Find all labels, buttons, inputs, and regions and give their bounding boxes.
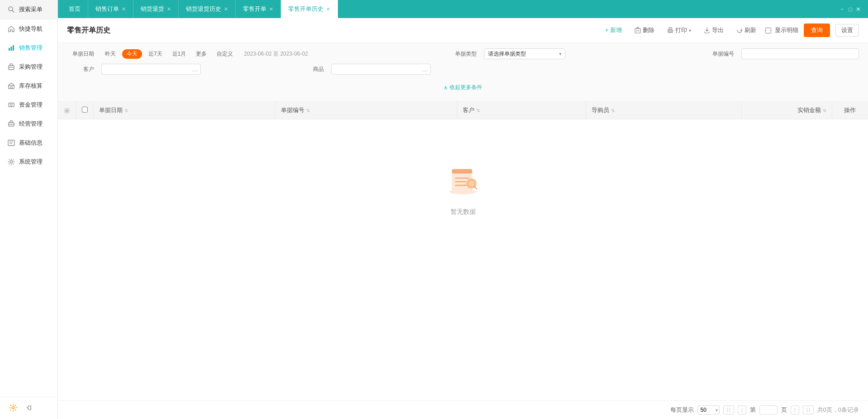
sidebar-item-operations[interactable]: 经营管理 [0,114,57,133]
pagination: 每页显示 50 10 20 100 ⟨⟨ ⟨ 第 1 页 ⟩ ⟩⟩ 共0页，0条… [58,400,868,419]
th-action: 操作 [832,102,868,119]
svg-rect-19 [635,28,640,33]
date-btn-yesterday[interactable]: 昨天 [101,49,119,59]
sidebar-item-inventory[interactable]: 库存核算 [0,76,57,95]
number-sort-icon: ⇅ [306,108,310,113]
window-minimize[interactable]: － [839,5,845,13]
home-icon [7,25,15,33]
show-detail-label: 显示明细 [775,26,798,34]
customer-browse-btn[interactable]: ... [192,65,198,73]
number-input[interactable] [741,48,859,59]
th-checkbox[interactable] [76,102,93,119]
filter-collapse-row: ∧ 收起更多条件 [67,79,859,96]
sidebar-item-sys-mgmt[interactable]: 系统管理 [0,152,57,171]
last-page-btn[interactable]: ⟩⟩ [803,405,814,414]
tab-sales-return[interactable]: 销货退货 ✕ [133,0,179,18]
content-area: 零售开单历史 + 新增 删除 打印 ▾ 导出 刷新 [58,18,868,419]
sidebar-item-purchase-mgmt[interactable]: 采购管理 [0,57,57,76]
window-maximize[interactable]: □ [849,6,852,13]
th-date[interactable]: 单据日期 ⇅ [93,102,275,119]
type-filter-label: 单据类型 [450,50,477,58]
refresh-button[interactable]: 刷新 [733,24,760,36]
goods-browse-btn[interactable]: ... [422,65,428,73]
sidebar-item-quick-nav[interactable]: 快捷导航 [0,19,57,38]
customer-filter-label: 客户 [67,66,94,73]
sidebar-item-label: 经营管理 [19,120,43,128]
tab-sales-order[interactable]: 销售订单 ✕ [88,0,133,18]
briefcase-icon [7,120,15,128]
date-options: 昨天 今天 近7天 近1月 更多 自定义 [101,49,237,59]
svg-rect-3 [11,47,12,51]
sidebar-item-sales-mgmt[interactable]: 销售管理 [0,38,57,57]
svg-rect-4 [13,45,14,51]
tab-retail-open-history[interactable]: 零售开单历史 ✕ [281,0,338,18]
show-detail-checkbox[interactable]: 显示明细 [765,26,798,34]
select-all-checkbox[interactable] [82,107,88,113]
page-label: 第 [750,406,756,414]
customer-input[interactable] [101,64,201,75]
date-btn-today[interactable]: 今天 [122,49,142,59]
show-detail-input[interactable] [765,28,771,33]
print-dropdown-icon[interactable]: ▾ [689,28,691,33]
next-page-btn[interactable]: ⟩ [791,405,799,414]
box-icon [7,63,15,71]
settings-filter-button[interactable]: 设置 [835,24,859,37]
info-icon [7,139,15,147]
goods-input[interactable] [331,64,431,75]
print-button[interactable]: 打印 ▾ [664,24,695,36]
svg-line-1 [12,10,14,12]
collapse-sidebar-btn[interactable] [23,402,34,414]
sidebar-search[interactable]: 搜索采单 [0,0,57,19]
sidebar-item-label: 采购管理 [19,63,43,71]
gear-icon [7,158,15,166]
date-btn-custom[interactable]: 自定义 [213,49,237,59]
tab-retail-open-history-label: 零售开单历史 [288,5,323,13]
empty-state: 暂无数据 [58,119,868,252]
settings-footer-btn[interactable] [7,402,19,414]
date-btn-more[interactable]: 更多 [192,49,210,59]
page-title: 零售开单历史 [67,26,602,35]
th-number[interactable]: 单据编号 ⇅ [275,102,457,119]
sidebar-search-label: 搜索采单 [19,5,43,14]
warehouse-icon [7,82,15,90]
tab-retail-open[interactable]: 零售开单 ✕ [236,0,281,18]
delete-button[interactable]: 删除 [631,24,658,36]
add-button[interactable]: + 新增 [602,24,626,36]
prev-page-btn[interactable]: ⟨ [738,405,746,414]
svg-point-16 [10,161,13,163]
tab-sales-return-close[interactable]: ✕ [167,6,171,12]
tab-sales-order-close[interactable]: ✕ [122,6,126,12]
window-close[interactable]: ✕ [856,6,861,13]
date-filter-label: 单据日期 [67,50,94,58]
tab-sales-return-history-close[interactable]: ✕ [224,6,228,12]
page-number-input[interactable]: 1 [759,405,778,414]
sidebar-item-base-info[interactable]: 基础信息 [0,133,57,152]
page-unit: 页 [781,406,787,414]
customer-input-wrap: ... [101,64,201,75]
sidebar-item-label: 快捷导航 [19,25,43,33]
date-btn-last7[interactable]: 近7天 [145,49,166,59]
table-header-row: 单据日期 ⇅ 单据编号 ⇅ 客户 [58,102,868,119]
date-btn-last1m[interactable]: 近1月 [169,49,190,59]
th-customer[interactable]: 客户 ⇅ [457,102,586,119]
per-page-label: 每页显示 [670,406,694,414]
query-button[interactable]: 查询 [804,24,830,37]
export-button[interactable]: 导出 [700,24,727,36]
collapse-filter-btn[interactable]: ∧ 收起更多条件 [444,82,482,93]
tab-retail-open-close[interactable]: ✕ [269,6,273,12]
type-select[interactable]: 请选择单据类型 [484,48,565,59]
sidebar-item-label: 系统管理 [19,158,43,166]
tab-retail-open-history-close[interactable]: ✕ [326,6,330,12]
chevron-up-icon: ∧ [444,85,448,91]
per-page-select[interactable]: 50 10 20 100 [697,405,720,414]
th-salesperson[interactable]: 导购员 ⇅ [586,102,741,119]
first-page-btn[interactable]: ⟨⟨ [723,405,734,414]
th-amount-label: 实销金额 [797,106,821,114]
th-amount[interactable]: 实销金额 ⇅ [741,102,832,119]
sidebar-item-finance[interactable]: 资金管理 [0,95,57,114]
money-icon [7,101,15,109]
th-settings[interactable] [58,102,76,119]
tab-home[interactable]: 首页 [62,0,88,18]
th-date-label: 单据日期 [99,106,123,114]
tab-sales-return-history[interactable]: 销货退货历史 ✕ [179,0,236,18]
